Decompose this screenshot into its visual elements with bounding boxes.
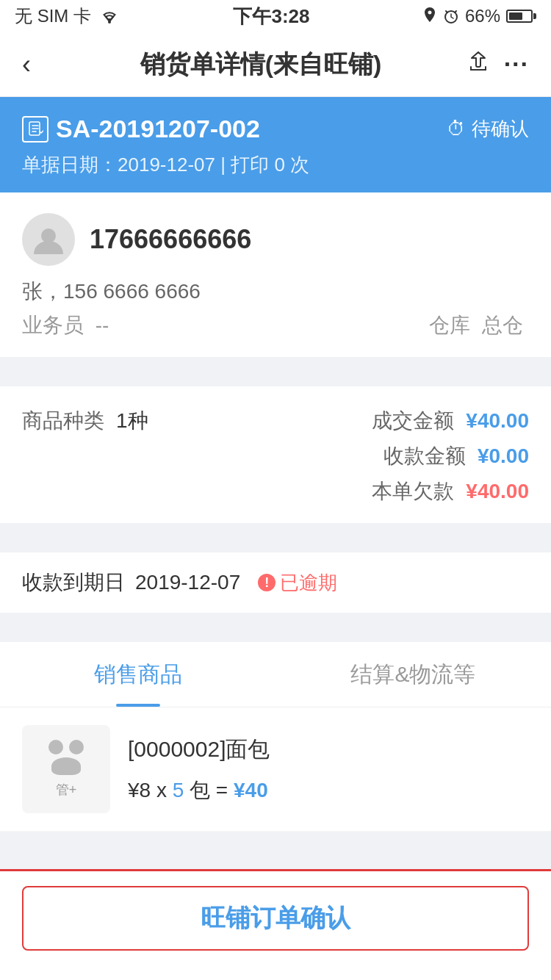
transaction-amount-row: 成交金额 ¥40.00 xyxy=(372,407,529,435)
order-header-top: SA-20191207-002 ⏱ 待确认 xyxy=(22,115,529,143)
overdue-badge: ! 已逾期 xyxy=(258,570,337,596)
status-bar: 无 SIM 卡 下午3:28 66% xyxy=(0,0,551,32)
due-date-value: 2019-12-07 xyxy=(135,571,240,594)
equals-sign: = xyxy=(216,779,234,801)
owed-amount-row: 本单欠款 ¥40.00 xyxy=(372,478,529,505)
received-amount-row: 收款金额 ¥0.00 xyxy=(383,442,529,470)
transaction-amount-label: 成交金额 xyxy=(372,407,454,435)
wifi-icon xyxy=(98,8,120,24)
order-id: SA-20191207-002 xyxy=(22,115,260,143)
customer-card: 17666666666 张，156 6666 6666 业务员 -- 仓库 总仓 xyxy=(0,192,551,357)
confirm-order-button[interactable]: 旺铺订单确认 xyxy=(22,886,529,951)
product-unit-price: ¥8 xyxy=(128,779,151,801)
owl-eye-left xyxy=(48,740,63,754)
overdue-label: 已逾期 xyxy=(280,570,337,596)
due-date-card: 收款到期日 2019-12-07 ! 已逾期 xyxy=(0,552,551,613)
owl-body xyxy=(51,757,81,775)
product-total: ¥40 xyxy=(234,779,268,801)
carrier-label: 无 SIM 卡 xyxy=(15,4,91,28)
divider3 xyxy=(0,627,551,642)
customer-name-phone: 张，156 6666 6666 xyxy=(22,278,529,306)
alarm-icon xyxy=(443,8,459,24)
product-name: [0000002]面包 xyxy=(128,735,529,765)
customer-phone: 17666666666 xyxy=(90,224,251,255)
order-icon xyxy=(22,116,48,143)
customer-header: 17666666666 xyxy=(22,213,529,266)
amounts-section: 成交金额 ¥40.00 收款金额 ¥0.00 本单欠款 ¥40.00 xyxy=(372,407,529,505)
order-header: SA-20191207-002 ⏱ 待确认 单据日期：2019-12-07 | … xyxy=(0,97,551,192)
tab-sales-goods[interactable]: 销售商品 xyxy=(0,642,276,707)
order-info-card: 商品种类 1种 成交金额 ¥40.00 收款金额 ¥0.00 本单欠款 ¥40.… xyxy=(0,386,551,523)
owl-eye-right xyxy=(69,740,84,754)
product-list: 管+ [0000002]面包 ¥8 x 5 包 = ¥40 xyxy=(0,707,551,832)
order-status-badge: ⏱ 待确认 xyxy=(447,116,529,142)
warehouse-value: 总仓 xyxy=(482,314,523,336)
transaction-amount-value: ¥40.00 xyxy=(466,409,529,433)
salesperson-value: -- xyxy=(96,314,109,336)
customer-details-row: 业务员 -- 仓库 总仓 xyxy=(22,311,529,339)
product-item: 管+ [0000002]面包 ¥8 x 5 包 = ¥40 xyxy=(0,707,551,832)
product-image: 管+ xyxy=(22,725,110,813)
received-amount-label: 收款金额 xyxy=(383,442,466,470)
product-info: [0000002]面包 ¥8 x 5 包 = ¥40 xyxy=(128,735,529,804)
order-date: 单据日期：2019-12-07 | 打印 0 次 xyxy=(22,152,529,178)
product-price: ¥8 x 5 包 = ¥40 xyxy=(128,777,529,804)
multiply-sign: x xyxy=(156,779,173,801)
divider2 xyxy=(0,538,551,552)
warehouse-field: 仓库 总仓 xyxy=(429,311,529,339)
back-button[interactable]: ‹ xyxy=(22,49,66,80)
bottom-bar: 旺铺订单确认 xyxy=(0,869,551,980)
status-time: 下午3:28 xyxy=(233,4,309,29)
owed-amount-value: ¥40.00 xyxy=(466,480,529,503)
avatar xyxy=(22,213,75,266)
location-icon xyxy=(422,7,437,25)
due-date-label: 收款到期日 xyxy=(22,569,125,597)
battery-percent: 66% xyxy=(465,6,500,26)
product-unit: 包 xyxy=(190,779,210,801)
tabs: 销售商品 结算&物流等 xyxy=(0,642,551,707)
goods-type-value: 1种 xyxy=(116,407,148,435)
goods-type-section: 商品种类 1种 xyxy=(22,407,148,435)
battery-icon xyxy=(506,10,536,23)
owl-eyes xyxy=(48,740,84,754)
product-logo: 管+ xyxy=(48,740,84,799)
svg-point-0 xyxy=(108,21,111,24)
divider1 xyxy=(0,372,551,386)
status-right: 66% xyxy=(422,6,536,26)
nav-bar: ‹ 销货单详情(来自旺铺) ··· xyxy=(0,32,551,97)
owed-amount-label: 本单欠款 xyxy=(372,478,454,505)
tab-active-indicator xyxy=(116,704,160,707)
share-icon[interactable] xyxy=(467,51,489,78)
salesperson-field: 业务员 -- xyxy=(22,311,115,339)
more-icon[interactable]: ··· xyxy=(504,50,529,79)
clock-icon: ⏱ xyxy=(447,118,466,140)
received-amount-value: ¥0.00 xyxy=(478,444,529,468)
goods-type-label: 商品种类 xyxy=(22,407,104,435)
tab-settlement[interactable]: 结算&物流等 xyxy=(276,642,551,707)
page-title: 销货单详情(来自旺铺) xyxy=(66,48,455,82)
nav-actions: ··· xyxy=(455,50,529,79)
status-left: 无 SIM 卡 xyxy=(15,4,120,28)
owl-text: 管+ xyxy=(56,781,77,799)
product-qty: 5 xyxy=(173,779,184,801)
info-row: 商品种类 1种 成交金额 ¥40.00 收款金额 ¥0.00 本单欠款 ¥40.… xyxy=(22,407,529,505)
overdue-dot-icon: ! xyxy=(258,574,276,591)
